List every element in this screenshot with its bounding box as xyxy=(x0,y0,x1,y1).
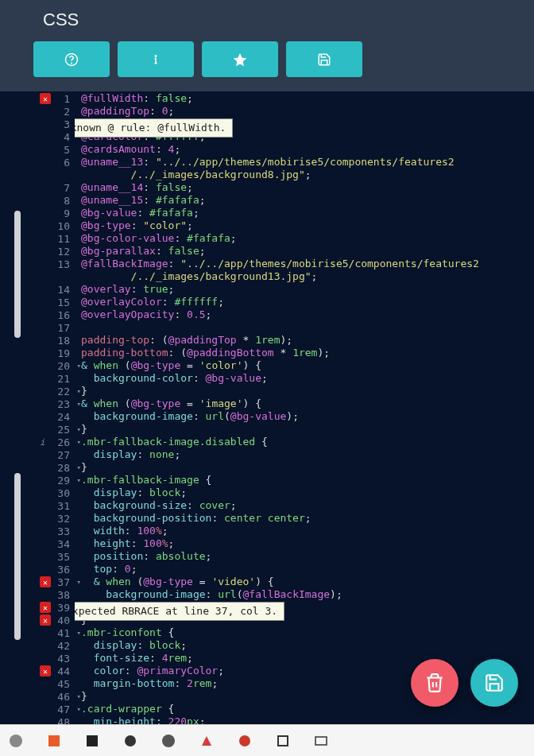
code-line[interactable]: top: 0; xyxy=(75,563,534,576)
disk-button[interactable] xyxy=(286,41,362,77)
code-line[interactable]: height: 100%; xyxy=(75,537,534,550)
code-line[interactable]: @uname__15: #fafafa; xyxy=(75,194,534,207)
line-number: 1✕ xyxy=(25,92,75,105)
line-number: 45 xyxy=(25,677,75,690)
save-icon xyxy=(484,673,505,693)
error-marker[interactable]: ✕ xyxy=(40,576,51,587)
code-line[interactable]: & when (@bg-type = 'video') { xyxy=(75,576,534,588)
line-number: 26i▾ xyxy=(25,436,75,448)
code-line[interactable]: display: block; xyxy=(75,639,534,652)
code-line[interactable]: background-color: @bg-value; xyxy=(75,372,534,385)
code-line[interactable]: .mbr-fallback-image.disabled { xyxy=(75,436,534,448)
code-line[interactable]: min-height: 220px; xyxy=(75,715,534,724)
svg-point-1 xyxy=(72,63,72,64)
code-line[interactable]: display: none; xyxy=(75,448,534,461)
code-line[interactable]: } xyxy=(75,461,534,474)
scroll-thumb[interactable] xyxy=(14,473,21,640)
code-line[interactable]: @bg-color-value: #fafafa; xyxy=(75,232,534,245)
code-line[interactable]: font-size: 4rem; xyxy=(75,652,534,665)
code-line[interactable]: background-size: cover; xyxy=(75,499,534,512)
line-number: 33 xyxy=(25,525,75,537)
taskbar-app-icon[interactable] xyxy=(122,733,138,749)
code-line[interactable]: @uname__14: false; xyxy=(75,181,534,194)
header-bar: CSS xyxy=(0,0,534,91)
trash-icon xyxy=(424,673,445,693)
line-number: 6 xyxy=(25,156,75,169)
save-icon xyxy=(317,52,331,67)
line-number: 47▾ xyxy=(25,703,75,715)
error-marker[interactable]: ✕ xyxy=(40,665,51,677)
code-line[interactable]: .card-wrapper { xyxy=(75,703,534,715)
code-line[interactable]: width: 100%; xyxy=(75,525,534,537)
code-line[interactable]: background-image: url(@bg-value); xyxy=(75,410,534,423)
line-number: 46▾ xyxy=(25,690,75,703)
info-icon xyxy=(149,52,163,67)
line-number: 7 xyxy=(25,181,75,194)
line-number: 11 xyxy=(25,232,75,245)
line-number: 24 xyxy=(25,410,75,423)
taskbar-app-icon[interactable] xyxy=(161,733,176,749)
editor: 1✕234567891011121314151617181920▾2122▾23… xyxy=(0,91,534,724)
scroll-thumb[interactable] xyxy=(14,211,21,338)
svg-rect-10 xyxy=(315,737,327,745)
code-line[interactable]: } xyxy=(75,690,534,703)
error-marker[interactable]: ✕ xyxy=(40,614,51,626)
code-line[interactable]: @overlayColor: #ffffff; xyxy=(75,296,534,308)
taskbar-app-icon[interactable] xyxy=(313,733,329,749)
code-line[interactable]: @cardsAmount: 4; xyxy=(75,143,534,156)
code-line[interactable]: @fallBackImage: "../../app/themes/mobiri… xyxy=(75,258,534,270)
code-line[interactable]: @bg-type: "color"; xyxy=(75,219,534,232)
star-icon xyxy=(232,52,248,68)
help-button[interactable] xyxy=(33,41,110,77)
line-number: 31 xyxy=(25,499,75,512)
code-line[interactable]: .mbr-fallback-image { xyxy=(75,474,534,487)
info-button[interactable] xyxy=(118,41,194,77)
save-fab[interactable] xyxy=(470,659,518,707)
code-line[interactable]: @overlay: true; xyxy=(75,283,534,296)
code-line[interactable]: /../_images/background13.jpg"; xyxy=(75,270,534,283)
code-line[interactable]: & when (@bg-type = 'image') { xyxy=(75,397,534,410)
line-number xyxy=(25,270,75,283)
line-number: 44✕ xyxy=(25,665,75,677)
code-line[interactable]: @bg-value: #fafafa; xyxy=(75,207,534,219)
code-line[interactable]: @paddingTop: 0; xyxy=(75,105,534,118)
taskbar-app-icon[interactable] xyxy=(237,733,253,749)
svg-point-7 xyxy=(162,735,175,747)
error-tooltip: Expected RBRACE at line 37, col 3. xyxy=(75,602,284,621)
code-line[interactable]: } xyxy=(75,423,534,436)
taskbar-app-icon[interactable] xyxy=(84,733,100,749)
code-line[interactable]: @uname__13: "../../app/themes/mobirise5/… xyxy=(75,156,534,169)
code-line[interactable]: background-image: url(@fallBackImage); xyxy=(75,588,534,601)
taskbar-app-icon[interactable] xyxy=(8,733,24,749)
error-marker[interactable]: ✕ xyxy=(40,602,51,613)
svg-point-6 xyxy=(125,735,136,746)
taskbar-app-icon[interactable] xyxy=(275,733,291,749)
code-area[interactable]: Unknown @ rule: @fullWidth. Expected RBR… xyxy=(75,91,534,724)
code-line[interactable]: .mbr-iconfont { xyxy=(75,626,534,639)
code-line[interactable]: @overlayOpacity: 0.5; xyxy=(75,308,534,321)
code-line[interactable]: padding-bottom: (@paddingBottom * 1rem); xyxy=(75,347,534,359)
code-line[interactable]: @fullWidth: false; xyxy=(75,92,534,105)
error-marker[interactable]: ✕ xyxy=(40,93,51,104)
taskbar-app-icon[interactable] xyxy=(199,733,215,749)
code-line[interactable]: display: block; xyxy=(75,487,534,499)
code-line[interactable]: margin-bottom: 2rem; xyxy=(75,677,534,690)
star-button[interactable] xyxy=(202,41,278,77)
line-number: 22▾ xyxy=(25,385,75,397)
delete-fab[interactable] xyxy=(411,659,459,707)
code-line[interactable]: } xyxy=(75,385,534,397)
code-line[interactable]: background-position: center center; xyxy=(75,512,534,525)
code-line[interactable]: @bg-parallax: false; xyxy=(75,245,534,258)
taskbar-app-icon[interactable] xyxy=(46,733,62,749)
code-line[interactable]: padding-top: (@paddingTop * 1rem); xyxy=(75,334,534,347)
svg-point-8 xyxy=(239,735,250,746)
code-line[interactable]: position: absolute; xyxy=(75,550,534,563)
line-number: 18 xyxy=(25,334,75,347)
line-number: 36 xyxy=(25,563,75,576)
line-number: 12 xyxy=(25,245,75,258)
code-line[interactable]: & when (@bg-type = 'color') { xyxy=(75,359,534,372)
code-line[interactable]: /../_images/background8.jpg"; xyxy=(75,169,534,181)
code-line[interactable]: color: @primaryColor; xyxy=(75,665,534,677)
code-line[interactable] xyxy=(75,321,534,334)
info-marker[interactable]: i xyxy=(40,437,45,448)
